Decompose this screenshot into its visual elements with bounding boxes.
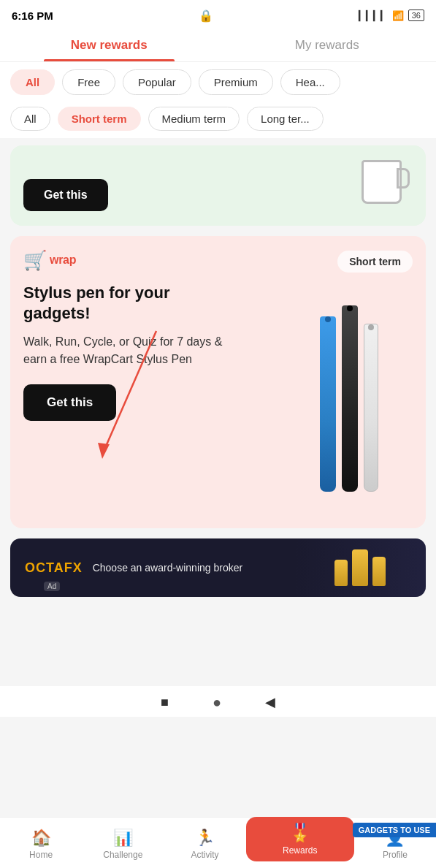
ad-banner[interactable]: OCTAFX Choose an award-winning broker Ad <box>10 538 426 597</box>
card-green: Get this <box>10 145 426 226</box>
fx-logo-text: FX <box>64 560 83 575</box>
status-bar: 6:16 PM 🔒 ▎▎▎▎ 📶 36 <box>0 0 436 28</box>
nav-activity[interactable]: 🏃 Activity <box>164 829 245 860</box>
status-icons: ▎▎▎▎ 📶 36 <box>359 9 424 21</box>
wifi-icon: 📶 <box>392 10 404 21</box>
ad-image <box>294 538 426 597</box>
activity-icon: 🏃 <box>195 829 215 848</box>
get-this-button-2[interactable]: Get this <box>23 384 116 421</box>
filter-medium-term[interactable]: Medium term <box>148 107 240 131</box>
ad-logo: OCTAFX <box>25 560 83 576</box>
sys-back-icon[interactable]: ◀ <box>265 694 275 710</box>
pen-white-icon <box>364 324 378 492</box>
challenge-label: Challenge <box>103 850 142 860</box>
tabs-header: New rewards My rewards <box>0 28 436 62</box>
tab-my-rewards[interactable]: My rewards <box>218 28 437 61</box>
brand-name: wrap <box>50 254 76 267</box>
watermark-text: GADGETS TO USE <box>359 826 430 834</box>
nav-challenge[interactable]: 📊 Challenge <box>82 829 164 860</box>
mug-icon <box>362 160 402 204</box>
svg-marker-1 <box>98 443 110 459</box>
sys-square-icon[interactable]: ■ <box>161 695 169 710</box>
watermark: GADGETS TO USE <box>353 823 436 837</box>
pens-illustration <box>280 273 418 492</box>
home-icon: 🏠 <box>31 829 51 848</box>
filter-row-1: All Free Popular Premium Hea... <box>0 62 436 102</box>
filter-all[interactable]: All <box>10 69 55 95</box>
ad-text: Choose an award-winning broker <box>93 561 242 575</box>
filter-free[interactable]: Free <box>62 69 115 95</box>
status-notch-icon: 🔒 <box>199 9 213 23</box>
filter-long-term[interactable]: Long ter... <box>247 107 324 131</box>
sys-circle-icon[interactable]: ● <box>213 694 221 711</box>
short-term-badge: Short term <box>337 251 413 273</box>
octa-logo-text: OCTA <box>25 560 64 575</box>
card-header: 🛒 wrap Short term <box>23 251 413 273</box>
system-nav: ■ ● ◀ <box>0 686 436 717</box>
bottom-spacer <box>0 604 436 686</box>
activity-label: Activity <box>191 850 219 860</box>
filter-row-2: All Short term Medium term Long ter... <box>0 102 436 138</box>
rewards-label: Rewards <box>283 845 317 856</box>
card-description: Walk, Run, Cycle, or Quiz for 7 days & e… <box>23 333 237 368</box>
cards-container: Get this 🛒 wrap Short term Stylus pen fo… <box>0 138 436 604</box>
nav-home[interactable]: 🏠 Home <box>0 829 82 860</box>
pen-black-icon <box>342 305 358 492</box>
filter-premium[interactable]: Premium <box>199 69 273 95</box>
cart-icon: 🛒 <box>23 251 47 270</box>
filter-all-2[interactable]: All <box>10 107 50 131</box>
card-title: Stylus pen for your gadgets! <box>23 283 237 323</box>
trophy-icons <box>334 549 386 586</box>
filter-health[interactable]: Hea... <box>280 69 340 95</box>
signal-icon: ▎▎▎▎ <box>359 10 388 21</box>
trophy-1 <box>334 560 348 586</box>
nav-rewards[interactable]: 🎖️ Rewards <box>246 817 354 861</box>
battery-icon: 36 <box>408 9 424 21</box>
home-label: Home <box>29 850 53 860</box>
trophy-2 <box>352 549 368 586</box>
pen-blue-icon <box>320 316 336 492</box>
profile-label: Profile <box>383 850 408 860</box>
get-this-button-1[interactable]: Get this <box>23 179 108 211</box>
trophy-3 <box>372 557 386 586</box>
filter-short-term[interactable]: Short term <box>58 107 141 131</box>
rewards-icon: 🎖️ <box>289 823 311 843</box>
brand-logo: 🛒 wrap <box>23 251 76 270</box>
tab-new-rewards[interactable]: New rewards <box>0 28 218 61</box>
ad-badge: Ad <box>44 582 60 591</box>
status-time: 6:16 PM <box>12 9 53 22</box>
filter-popular[interactable]: Popular <box>123 69 191 95</box>
challenge-icon: 📊 <box>113 829 133 848</box>
card-stylus: 🛒 wrap Short term Stylus pen for your ga… <box>10 236 426 528</box>
card-green-image <box>348 153 414 211</box>
